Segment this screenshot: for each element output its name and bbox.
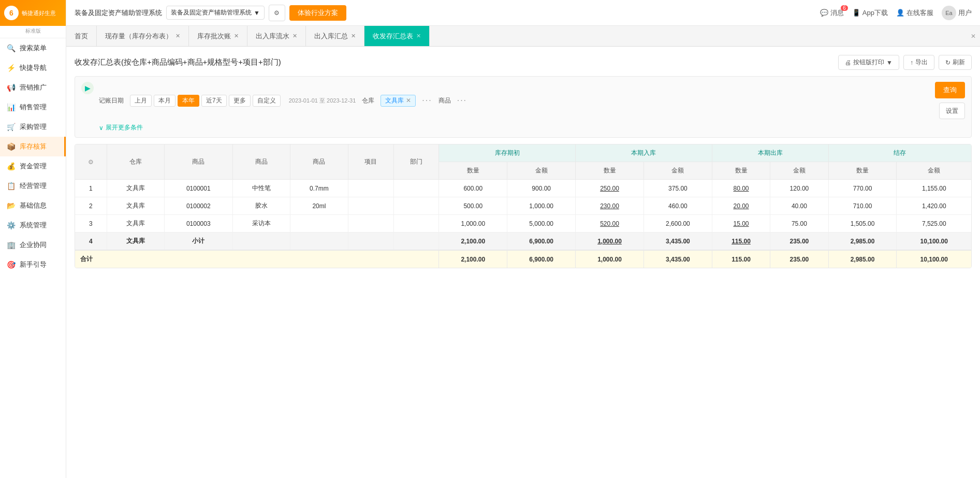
- refresh-button[interactable]: ↻ 刷新: [939, 55, 972, 70]
- col-in-qty: 数量: [576, 162, 644, 180]
- messages-button[interactable]: 💬 消息 6: [820, 8, 844, 18]
- row3-in-qty-link[interactable]: 520.00: [600, 220, 619, 227]
- tabs-close-all[interactable]: ✕: [971, 33, 980, 40]
- goods-filter-more[interactable]: ···: [457, 96, 467, 105]
- tab-bar: 首页 现存量（库存分布表） ✕ 库存批次账 ✕ 出入库流水 ✕ 出入库汇总 ✕ …: [66, 26, 980, 47]
- tab-batch[interactable]: 库存批次账 ✕: [189, 26, 247, 46]
- col-bal-amt: 金额: [897, 162, 971, 180]
- tab-inout-flow-close[interactable]: ✕: [292, 33, 297, 39]
- filter-toggle[interactable]: ▶: [81, 82, 94, 94]
- row3-goods-spec: [290, 215, 348, 233]
- subtotal-in-qty[interactable]: 1,000.00: [576, 233, 644, 251]
- tab-recv-send-close[interactable]: ✕: [416, 33, 421, 39]
- row2-in-amt: 460.00: [643, 197, 712, 215]
- prev-month-btn[interactable]: 上月: [130, 95, 152, 107]
- row2-out-qty-link[interactable]: 20.00: [734, 202, 749, 210]
- print-button[interactable]: 🖨 按钮版打印 ▼: [838, 55, 899, 70]
- row2-no: 2: [75, 197, 107, 215]
- row1-in-qty-link[interactable]: 250.00: [600, 185, 619, 192]
- online-service-label: 在线客服: [906, 8, 933, 18]
- row2-bal-qty: 710.00: [828, 197, 897, 215]
- tab-inout-flow[interactable]: 出入库流水 ✕: [247, 26, 306, 46]
- tab-recv-send[interactable]: 收发存汇总表 ✕: [364, 26, 430, 46]
- print-icon: 🖨: [845, 59, 851, 66]
- sidebar-item-purchase[interactable]: 🛒 采购管理: [0, 117, 66, 137]
- system-selector[interactable]: 装备及固定资产辅助管理系统 ▼: [166, 6, 265, 20]
- row2-in-qty[interactable]: 230.00: [576, 197, 644, 215]
- online-service-button[interactable]: 👤 在线客服: [896, 8, 933, 18]
- row2-goods-spec: 20ml: [290, 197, 348, 215]
- row2-in-qty-link[interactable]: 230.00: [600, 202, 619, 210]
- export-button[interactable]: ↑ 导出: [903, 55, 934, 70]
- sidebar-item-label: 搜索菜单: [20, 44, 47, 53]
- table-row: 1 文具库 0100001 中性笔 0.7mm 600.00 900.00 25…: [75, 180, 971, 197]
- more-btn[interactable]: 更多: [229, 95, 251, 107]
- tab-inout-summary[interactable]: 出入库汇总 ✕: [306, 26, 364, 46]
- row3-in-qty[interactable]: 520.00: [576, 215, 644, 233]
- tab-home[interactable]: 首页: [66, 26, 97, 46]
- subtotal-in-qty-link[interactable]: 1,000.00: [597, 238, 622, 245]
- curr-year-btn[interactable]: 本年: [178, 95, 199, 107]
- sidebar-item-finance[interactable]: 💰 资金管理: [0, 156, 66, 176]
- total-open-amt: 6,900.00: [507, 250, 576, 268]
- warehouse-filter-more[interactable]: ···: [422, 96, 432, 105]
- date-buttons: 上月 本月 本年 近7天 更多 自定义: [130, 95, 281, 107]
- row3-warehouse: 文具库: [107, 215, 164, 233]
- settings-button[interactable]: ⚙: [269, 5, 285, 21]
- user-menu[interactable]: Ea 用户: [942, 6, 972, 20]
- chevron-down-icon: ▼: [254, 9, 260, 17]
- expand-label: 展开更多条件: [106, 123, 143, 132]
- row1-in-amt: 375.00: [643, 180, 712, 197]
- subtotal-warehouse: 文具库: [107, 233, 164, 251]
- query-button[interactable]: 查询: [935, 82, 965, 98]
- sidebar-item-quick[interactable]: ⚡ 快捷导航: [0, 58, 66, 78]
- tab-inventory-dist-close[interactable]: ✕: [175, 33, 180, 39]
- col-warehouse-header: 仓库: [107, 144, 164, 180]
- row1-out-qty[interactable]: 80.00: [712, 180, 770, 197]
- row1-open-amt: 900.00: [507, 180, 576, 197]
- trial-button[interactable]: 体验行业方案: [289, 5, 346, 21]
- messages-badge: 6: [841, 5, 848, 11]
- row3-out-qty[interactable]: 15.00: [712, 215, 770, 233]
- sidebar-item-guide[interactable]: 🎯 新手引导: [0, 255, 66, 274]
- sidebar-item-base[interactable]: 📂 基础信息: [0, 196, 66, 215]
- custom-btn[interactable]: 自定义: [253, 95, 281, 107]
- row3-bal-amt: 7,525.00: [897, 215, 971, 233]
- sidebar-item-inventory[interactable]: 📦 库存核算: [0, 137, 66, 156]
- app-download-button[interactable]: 📱 App下载: [852, 8, 888, 18]
- subtotal-out-qty-link[interactable]: 115.00: [732, 238, 751, 245]
- curr-month-btn[interactable]: 本月: [154, 95, 175, 107]
- base-icon: 📂: [6, 201, 16, 210]
- sidebar-item-operation[interactable]: 📋 经营管理: [0, 176, 66, 196]
- tab-inventory-dist[interactable]: 现存量（库存分布表） ✕: [97, 26, 189, 46]
- tab-inout-summary-close[interactable]: ✕: [351, 33, 356, 39]
- row1-out-qty-link[interactable]: 80.00: [734, 185, 749, 192]
- row2-out-qty[interactable]: 20.00: [712, 197, 770, 215]
- 7days-btn[interactable]: 近7天: [201, 95, 227, 107]
- sidebar-item-search[interactable]: 🔍 搜索菜单: [0, 38, 66, 58]
- sidebar-item-corp[interactable]: 🏢 企业协同: [0, 235, 66, 255]
- page-header: 收发存汇总表(按仓库+商品编码+商品+规格型号+项目+部门) 🖨 按钮版打印 ▼…: [75, 55, 972, 70]
- sidebar-item-label: 资金管理: [20, 162, 47, 171]
- sidebar-item-system[interactable]: ⚙️ 系统管理: [0, 215, 66, 235]
- system-selector-label: 装备及固定资产辅助管理系统: [171, 8, 252, 17]
- subtotal-out-qty[interactable]: 115.00: [712, 233, 770, 251]
- tab-batch-close[interactable]: ✕: [234, 33, 239, 39]
- row1-project: [348, 180, 394, 197]
- sidebar-item-label: 库存核算: [20, 142, 47, 151]
- set-button[interactable]: 设置: [939, 103, 965, 119]
- expand-conditions-btn[interactable]: ∨ 展开更多条件: [99, 123, 965, 132]
- col-settings-header[interactable]: ⚙: [75, 144, 107, 180]
- main-area: 装备及固定资产辅助管理系统 装备及固定资产辅助管理系统 ▼ ⚙ 体验行业方案 💬…: [66, 0, 980, 478]
- subtotal-open-amt: 6,900.00: [507, 233, 576, 251]
- row1-in-qty[interactable]: 250.00: [576, 180, 644, 197]
- sidebar-item-marketing[interactable]: 📢 营销推广: [0, 78, 66, 97]
- warehouse-filter-remove[interactable]: ✕: [406, 97, 411, 104]
- settings-icon[interactable]: ⚙: [88, 158, 94, 166]
- sidebar-item-sales[interactable]: 📊 销售管理: [0, 97, 66, 117]
- row3-out-qty-link[interactable]: 15.00: [734, 220, 749, 227]
- subtotal-label: 小计: [164, 233, 232, 251]
- row2-goods-name: 胶水: [232, 197, 290, 215]
- row1-bal-qty: 770.00: [828, 180, 897, 197]
- row1-no: 1: [75, 180, 107, 197]
